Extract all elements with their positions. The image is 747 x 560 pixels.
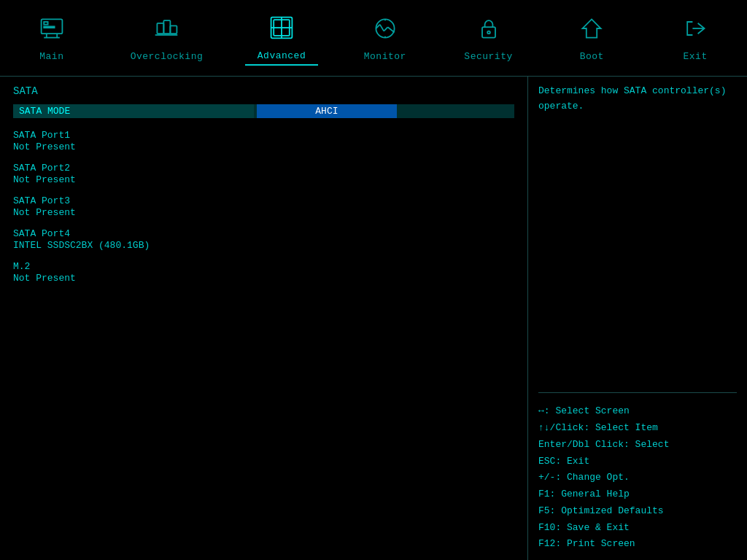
help-key-2: Enter/Dbl Click: Select <box>538 437 737 454</box>
help-key-0: ↔: Select Screen <box>538 403 737 420</box>
sata-mode-value: AHCI <box>257 104 397 118</box>
section-title: SATA <box>13 84 514 98</box>
svg-rect-4 <box>44 22 47 25</box>
nav-label-main: Main <box>39 51 63 62</box>
help-keys: ↔: Select Screen ↑↓/Click: Select Item E… <box>538 403 737 553</box>
advanced-icon <box>268 15 295 46</box>
nav-item-advanced[interactable]: Advanced <box>245 12 318 66</box>
m2-value: Not Present <box>13 273 514 284</box>
sata-port4-name: SATA Port4 <box>13 228 514 239</box>
help-key-7: F10: Save & Exit <box>538 520 737 537</box>
svg-point-22 <box>487 31 490 34</box>
svg-rect-21 <box>482 27 495 37</box>
sata-port1-value: Not Present <box>13 141 514 152</box>
nav-label-monitor: Monitor <box>364 51 406 62</box>
svg-line-15 <box>380 25 384 31</box>
svg-rect-6 <box>158 23 164 34</box>
sata-port1-block: SATA Port1 Not Present <box>13 130 514 152</box>
help-panel: Determines how SATA controller(s) operat… <box>528 77 747 560</box>
help-key-1: ↑↓/Click: Select Item <box>538 420 737 437</box>
svg-point-18 <box>376 19 394 37</box>
help-key-5: F1: General Help <box>538 486 737 503</box>
boot-icon <box>578 15 605 47</box>
sata-port2-block: SATA Port2 Not Present <box>13 163 514 185</box>
sata-port4-value: INTEL SSDSC2BX (480.1GB) <box>13 240 514 251</box>
nav-label-security: Security <box>464 51 512 62</box>
m2-name: M.2 <box>13 261 514 272</box>
nav-label-advanced: Advanced <box>258 50 306 61</box>
sata-mode-row[interactable]: SATA MODE AHCI <box>13 104 514 118</box>
sata-port3-block: SATA Port3 Not Present <box>13 195 514 218</box>
main-icon <box>39 15 65 47</box>
help-key-8: F12: Print Screen <box>538 536 737 553</box>
svg-rect-5 <box>44 26 54 28</box>
nav-item-monitor[interactable]: Monitor <box>349 12 422 65</box>
nav-label-exit: Exit <box>683 51 707 62</box>
m2-block: M.2 Not Present <box>13 261 514 284</box>
nav-bar: Main Overclocking Advanced <box>0 0 747 77</box>
svg-rect-7 <box>164 20 171 34</box>
main-area: SATA SATA MODE AHCI SATA Port1 Not Prese… <box>0 77 747 560</box>
nav-label-boot: Boot <box>580 51 604 62</box>
nav-item-overclocking[interactable]: Overclocking <box>119 12 215 65</box>
help-key-6: F5: Optimized Defaults <box>538 503 737 520</box>
nav-label-overclocking: Overclocking <box>131 51 204 62</box>
help-description: Determines how SATA controller(s) operat… <box>538 84 737 393</box>
nav-item-main[interactable]: Main <box>15 12 88 65</box>
exit-icon <box>682 15 708 47</box>
monitor-icon <box>372 15 398 47</box>
help-key-4: +/-: Change Opt. <box>538 470 737 486</box>
sata-port1-name: SATA Port1 <box>13 130 514 141</box>
svg-rect-8 <box>171 26 177 34</box>
sata-mode-label: SATA MODE <box>13 104 254 118</box>
sata-port4-block: SATA Port4 INTEL SSDSC2BX (480.1GB) <box>13 228 514 251</box>
nav-item-boot[interactable]: Boot <box>555 12 628 65</box>
sata-port3-value: Not Present <box>13 207 514 218</box>
svg-line-16 <box>384 27 387 31</box>
sata-port2-name: SATA Port2 <box>13 163 514 174</box>
nav-item-exit[interactable]: Exit <box>659 12 732 65</box>
sata-port2-value: Not Present <box>13 174 514 185</box>
security-icon <box>476 15 502 47</box>
overclocking-icon <box>153 15 179 47</box>
help-key-3: ESC: Exit <box>538 454 737 470</box>
nav-item-security[interactable]: Security <box>452 12 525 65</box>
content-panel: SATA SATA MODE AHCI SATA Port1 Not Prese… <box>0 77 528 560</box>
sata-port3-name: SATA Port3 <box>13 195 514 206</box>
